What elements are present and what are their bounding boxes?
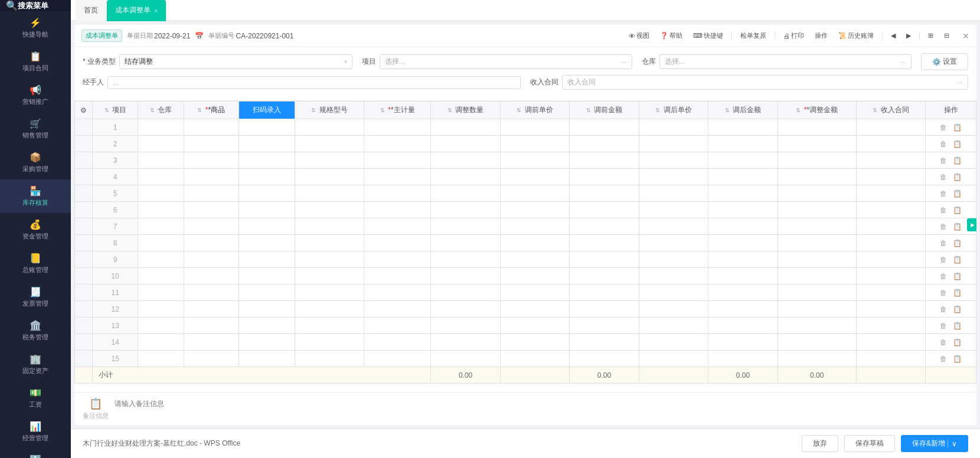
- row-after-price[interactable]: [639, 334, 708, 351]
- row-after-price[interactable]: [639, 169, 708, 185]
- business-type-select[interactable]: 结存调整 ▾: [119, 54, 352, 69]
- row-adjust-amount[interactable]: [778, 334, 856, 351]
- row-prev-price[interactable]: [500, 351, 569, 367]
- delete-icon[interactable]: 🗑: [940, 123, 947, 132]
- row-prev-price[interactable]: [500, 334, 569, 351]
- sidebar-item-basic-info[interactable]: ℹ️ 基础信息: [0, 449, 71, 458]
- row-adjust-qty[interactable]: [431, 169, 500, 185]
- sidebar-item-operations[interactable]: 📊 经营管理: [0, 415, 71, 449]
- row-income-contract[interactable]: [856, 185, 925, 202]
- row-scan[interactable]: [239, 119, 295, 136]
- row-income-contract[interactable]: [856, 334, 925, 351]
- row-warehouse[interactable]: [138, 301, 184, 318]
- row-spec[interactable]: [295, 334, 364, 351]
- row-after-amount[interactable]: [708, 301, 778, 318]
- row-scan[interactable]: [239, 235, 295, 251]
- sidebar-item-project-contract[interactable]: 📋 项目合同: [0, 45, 71, 78]
- row-goods[interactable]: [184, 251, 239, 268]
- copy-icon[interactable]: 📋: [953, 272, 962, 280]
- row-prev-amount[interactable]: [570, 268, 639, 284]
- row-scan[interactable]: [239, 185, 295, 202]
- row-goods[interactable]: [184, 235, 239, 251]
- row-income-contract[interactable]: [856, 318, 925, 334]
- sidebar-item-sales-promo[interactable]: 📢 营销推广: [0, 78, 71, 112]
- row-goods[interactable]: [184, 284, 239, 301]
- row-adjust-qty[interactable]: [431, 136, 500, 152]
- row-spec[interactable]: [295, 218, 364, 235]
- copy-icon[interactable]: 📋: [953, 338, 962, 346]
- row-prev-amount[interactable]: [570, 202, 639, 218]
- history-button[interactable]: 📜 历史账簿: [836, 30, 876, 41]
- row-adjust-qty[interactable]: [431, 202, 500, 218]
- row-goods[interactable]: [184, 169, 239, 185]
- row-prev-price[interactable]: [500, 218, 569, 235]
- row-prev-amount[interactable]: [570, 119, 639, 136]
- row-income-contract[interactable]: [856, 301, 925, 318]
- row-after-amount[interactable]: [708, 251, 778, 268]
- sidebar-item-inventory[interactable]: 🏪 库存核算: [0, 179, 71, 213]
- row-income-contract[interactable]: [856, 351, 925, 367]
- row-adjust-amount[interactable]: [778, 136, 856, 152]
- dropdown-arrow-icon[interactable]: ∨: [948, 440, 957, 448]
- row-spec[interactable]: [295, 301, 364, 318]
- row-warehouse[interactable]: [138, 152, 184, 169]
- row-spec[interactable]: [295, 185, 364, 202]
- row-unit[interactable]: [364, 301, 431, 318]
- row-adjust-qty[interactable]: [431, 318, 500, 334]
- tab-close-icon[interactable]: ×: [154, 7, 158, 14]
- row-after-amount[interactable]: [708, 152, 778, 169]
- row-unit[interactable]: [364, 202, 431, 218]
- delete-icon[interactable]: 🗑: [940, 289, 947, 297]
- copy-icon[interactable]: 📋: [953, 305, 962, 313]
- row-warehouse[interactable]: [138, 334, 184, 351]
- row-prev-amount[interactable]: [570, 351, 639, 367]
- row-prev-amount[interactable]: [570, 318, 639, 334]
- row-after-price[interactable]: [639, 318, 708, 334]
- row-scan[interactable]: [239, 218, 295, 235]
- delete-icon[interactable]: 🗑: [940, 239, 947, 247]
- copy-icon[interactable]: 📋: [953, 239, 962, 247]
- row-warehouse[interactable]: [138, 218, 184, 235]
- row-adjust-qty[interactable]: [431, 251, 500, 268]
- copy-icon[interactable]: 📋: [953, 223, 962, 231]
- row-adjust-amount[interactable]: [778, 284, 856, 301]
- row-prev-amount[interactable]: [570, 251, 639, 268]
- row-warehouse[interactable]: [138, 268, 184, 284]
- row-prev-amount[interactable]: [570, 169, 639, 185]
- row-after-price[interactable]: [639, 301, 708, 318]
- row-warehouse[interactable]: [138, 119, 184, 136]
- row-prev-price[interactable]: [500, 136, 569, 152]
- row-prev-amount[interactable]: [570, 185, 639, 202]
- row-spec[interactable]: [295, 351, 364, 367]
- row-unit[interactable]: [364, 318, 431, 334]
- row-goods[interactable]: [184, 185, 239, 202]
- row-adjust-qty[interactable]: [431, 235, 500, 251]
- delete-icon[interactable]: 🗑: [940, 206, 947, 214]
- row-after-price[interactable]: [639, 351, 708, 367]
- row-income-contract[interactable]: [856, 284, 925, 301]
- row-adjust-amount[interactable]: [778, 119, 856, 136]
- expand1-button[interactable]: ⊞: [926, 31, 936, 41]
- row-warehouse[interactable]: [138, 136, 184, 152]
- row-warehouse[interactable]: [138, 202, 184, 218]
- copy-icon[interactable]: 📋: [953, 140, 962, 148]
- row-after-price[interactable]: [639, 152, 708, 169]
- row-unit[interactable]: [364, 351, 431, 367]
- expand2-button[interactable]: ⊟: [942, 31, 952, 41]
- help-button[interactable]: ❓ 帮助: [658, 30, 685, 41]
- row-after-amount[interactable]: [708, 185, 778, 202]
- row-goods[interactable]: [184, 218, 239, 235]
- row-prev-price[interactable]: [500, 284, 569, 301]
- sidebar-item-fixed-assets[interactable]: 🏢 固定资产: [0, 348, 71, 381]
- row-warehouse[interactable]: [138, 169, 184, 185]
- copy-icon[interactable]: 📋: [953, 322, 962, 330]
- row-unit[interactable]: [364, 268, 431, 284]
- delete-icon[interactable]: 🗑: [940, 189, 947, 198]
- row-after-amount[interactable]: [708, 334, 778, 351]
- next-button[interactable]: ▶: [904, 31, 913, 41]
- row-spec[interactable]: [295, 251, 364, 268]
- row-adjust-amount[interactable]: [778, 218, 856, 235]
- row-unit[interactable]: [364, 169, 431, 185]
- row-income-contract[interactable]: [856, 251, 925, 268]
- row-adjust-amount[interactable]: [778, 185, 856, 202]
